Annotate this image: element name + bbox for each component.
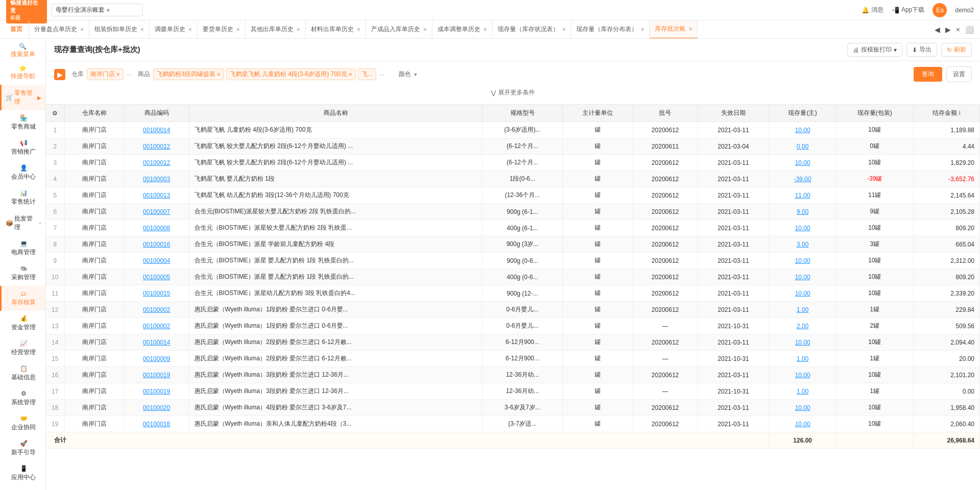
cell-stock-main[interactable]: 10.00 [769,416,836,432]
tab-chenbenthiaoshenglishi[interactable]: 成本调整单历史 × [432,20,493,39]
messages-btn[interactable]: 🔔 消息 [862,6,884,14]
cell-stock-main[interactable]: 10.00 [769,400,836,416]
sidebar-item-enterprise-wechat[interactable]: 💬 企业微信 [0,486,45,490]
cell-stock-main[interactable]: 2.00 [769,318,836,334]
cell-stock-main[interactable]: 10.00 [769,155,836,171]
store-selector[interactable]: 母婴行业演示账套 ▾ [51,4,143,16]
sidebar-item-basic-info[interactable]: 📋 基础信息 [0,361,45,386]
template-print-btn[interactable]: 🖨 按模板打印 ▾ [847,43,902,57]
tab-zuzhangchaijian[interactable]: 组装拆卸单历史 × [89,20,150,39]
sidebar-item-guide[interactable]: 🚀 新手引导 [0,436,45,461]
cell-stock-main[interactable]: 0.00 [769,138,836,155]
product-tag2-close-icon[interactable]: × [349,71,352,78]
table-row: 8 南岸门店 00100016 合生元（BIOSTIME）派星 学龄前儿童配方奶… [46,236,980,253]
cell-stock-pkg: 1罐 [836,351,914,367]
cell-stock-main[interactable]: 10.00 [769,253,836,269]
cell-stock-main[interactable]: 10.00 [769,285,836,302]
sidebar-item-finance[interactable]: 💰 资金管理 [0,311,45,336]
balance-info-icon[interactable]: ℹ [959,110,961,116]
tab-close-icon[interactable]: × [357,26,360,33]
cell-stock-main[interactable]: -39.00 [769,171,836,187]
sidebar-quick-nav[interactable]: ⭐ 快捷导航 [0,63,45,83]
product-tag-1[interactable]: 飞鹤奶粉3段四罐提装 × [153,68,224,80]
tab-prev-arrow[interactable]: ◀ [933,24,942,35]
cell-stock-main[interactable]: 10.00 [769,269,836,285]
sidebar-item-collaboration[interactable]: 🤝 企业协同 [0,411,45,436]
tab-close-icon[interactable]: × [236,26,240,33]
cell-stock-main[interactable]: 10.00 [769,122,836,138]
warehouse-filter-group: 仓库 南岸门店 × ··· [71,68,132,80]
tab-cailiaochuku[interactable]: 材料出库单历史 × [306,20,366,39]
tab-close-icon[interactable]: × [140,26,144,33]
tab-close-all[interactable]: × [954,24,962,35]
product-tag1-close-icon[interactable]: × [217,71,220,78]
tab-diaobodanls[interactable]: 调拨单历史 × [150,20,198,39]
tab-kucunpicizh[interactable]: 库存批次账 × [650,20,698,39]
tab-xiancunliang1[interactable]: 现存量（库存状况表） × [493,20,571,39]
sidebar-item-retail-manage[interactable]: 🛒 零售管理 ▶ [0,85,45,110]
tab-xiancunliang2[interactable]: 现存量（库存分布表） × [571,20,650,39]
table-row: 14 南岸门店 00100014 惠氏启蒙（Wyeth illuma）2段奶粉 … [46,334,980,351]
sidebar-item-inventory[interactable]: 🗂 库存核算 [0,286,45,311]
setting-button[interactable]: 设置 [946,66,972,82]
tab-qitachukulishi[interactable]: 其他出库单历史 × [246,20,306,39]
product-tag-more[interactable]: 飞... [358,68,376,80]
export-btn[interactable]: ⬇ 导出 [906,43,937,57]
sidebar-item-marketing[interactable]: 📢 营销推广 [0,135,45,160]
app-download-btn[interactable]: 📲 App下载 [892,6,924,14]
tab-yaohuo[interactable]: 要货单历史 × [198,20,246,39]
sidebar-item-retail-shop[interactable]: 🏪 零售商城 [0,110,45,135]
tab-close-icon[interactable]: × [689,26,692,33]
tab-close-icon[interactable]: × [297,26,300,33]
product-filter-more[interactable]: ··· [379,71,384,78]
search-button[interactable]: 查询 [914,67,942,82]
warehouse-tag-close-icon[interactable]: × [116,71,120,78]
tab-close-icon[interactable]: × [483,26,487,33]
tab-close-icon[interactable]: × [562,26,566,33]
product-tag-2[interactable]: 飞鹤星飞帆 儿童奶粉 4段(3-6岁适用) 700克 × [226,68,356,80]
sidebar-item-ecommerce[interactable]: 💻 电商管理 [0,236,45,261]
tab-home[interactable]: 首页 [4,20,29,39]
refresh-btn[interactable]: ↻ 刷新 [941,43,972,57]
tab-navigation-arrows: ◀ ▶ × ⬜ [933,24,976,35]
color-filter-arrow[interactable]: ▾ [414,71,417,78]
cell-code: 00100016 [124,236,189,253]
table-row: 5 南岸门店 00100013 飞鹤星飞帆 幼儿配方奶粉 3段(12-36个月幼… [46,187,980,204]
cell-balance: 2,105.28 [913,204,979,220]
expand-more-conditions[interactable]: ⋁ 展开更多条件 [54,86,972,99]
cell-stock-main[interactable]: 10.00 [769,367,836,383]
sidebar-item-operation[interactable]: 📈 经营管理 [0,336,45,361]
cell-stock-main[interactable]: 11.00 [769,187,836,204]
tab-close-icon[interactable]: × [80,26,84,33]
cell-stock-main[interactable]: 1.00 [769,302,836,318]
cell-stock-main[interactable]: 10.00 [769,334,836,351]
sidebar-item-app-center[interactable]: 📱 应用中心 [0,461,45,486]
warehouse-filter-more[interactable]: ··· [127,71,132,78]
tab-close-icon[interactable]: × [423,26,427,33]
warehouse-tag-nanan[interactable]: 南岸门店 × [87,68,124,80]
tab-chanchengpinruku[interactable]: 产成品入库单历史 × [366,20,432,39]
sidebar-item-retail-stats[interactable]: 📊 零售统计 [0,185,45,210]
avatar[interactable]: Ea [933,3,947,17]
sidebar-search-menu[interactable]: 🔍 搜索菜单 [0,39,45,63]
sidebar-item-system[interactable]: ⚙ 系统管理 [0,386,45,411]
cell-stock-main[interactable]: 3.00 [769,236,836,253]
cell-stock-main[interactable]: 1.00 [769,383,836,400]
sidebar-item-members[interactable]: 👤 会员中心 [0,160,45,185]
tab-fenliangpandian[interactable]: 分量盘点单历史 × [29,20,89,39]
gear-icon[interactable]: ⚙ [52,110,58,117]
tab-next-arrow[interactable]: ▶ [943,24,953,35]
tab-close-icon[interactable]: × [641,26,644,33]
tab-maximize[interactable]: ⬜ [963,24,976,35]
sidebar-item-wholesale[interactable]: 📦 批发管理 ▾ [0,210,45,236]
cell-balance: 509.56 [913,318,979,334]
tab-close-icon[interactable]: × [188,26,192,33]
filter-expand-toggle[interactable]: ▶ [54,69,65,80]
sidebar-item-purchase[interactable]: 🛍 采购管理 [0,261,45,286]
th-spec: 规格型号 [482,105,562,122]
cell-stock-main[interactable]: 10.00 [769,220,836,236]
cell-stock-main[interactable]: 1.00 [769,351,836,367]
cell-balance: 2,339.20 [913,285,979,302]
th-gear[interactable]: ⚙ [46,105,64,122]
cell-stock-main[interactable]: 9.00 [769,204,836,220]
